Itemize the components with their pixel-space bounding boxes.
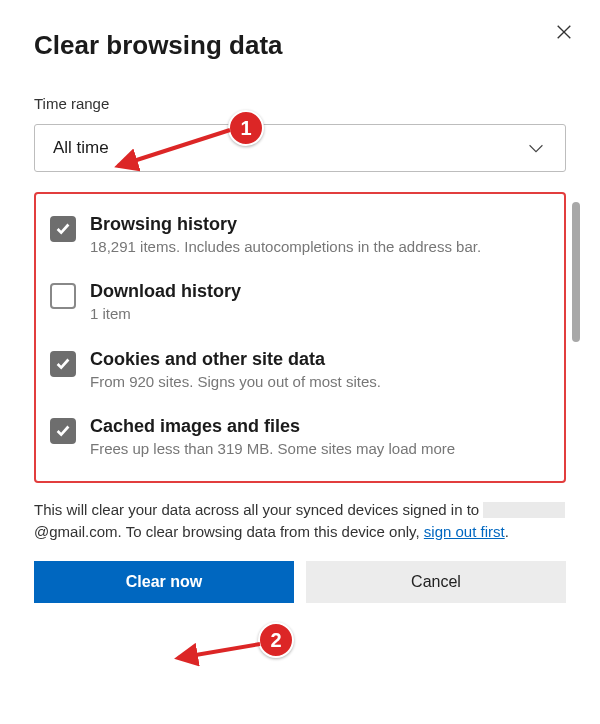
checkbox-cached[interactable] (50, 418, 76, 444)
check-icon (54, 422, 72, 440)
option-desc: 1 item (90, 304, 550, 324)
svg-line-1 (178, 644, 260, 658)
close-button[interactable] (550, 18, 578, 46)
annotation-marker-2: 2 (258, 622, 294, 658)
chevron-down-icon (525, 137, 547, 159)
data-types-list: Browsing history 18,291 items. Includes … (34, 192, 566, 483)
dialog-title: Clear browsing data (34, 30, 566, 61)
clear-browsing-data-dialog: Clear browsing data Time range All time … (0, 0, 600, 603)
time-range-value: All time (53, 138, 109, 158)
checkbox-cookies[interactable] (50, 351, 76, 377)
button-row: Clear now Cancel (34, 561, 566, 603)
option-title: Cookies and other site data (90, 349, 550, 370)
option-download-history: Download history 1 item (50, 281, 550, 324)
option-title: Cached images and files (90, 416, 550, 437)
sign-out-link[interactable]: sign out first (424, 523, 505, 540)
clear-now-button[interactable]: Clear now (34, 561, 294, 603)
close-icon (555, 23, 573, 41)
check-icon (54, 355, 72, 373)
annotation-marker-1: 1 (228, 110, 264, 146)
annotation-arrow-2 (170, 630, 270, 670)
checkbox-download-history[interactable] (50, 283, 76, 309)
time-range-select[interactable]: All time (34, 124, 566, 172)
option-desc: From 920 sites. Signs you out of most si… (90, 372, 550, 392)
scrollbar-thumb[interactable] (572, 202, 580, 342)
option-desc: Frees up less than 319 MB. Some sites ma… (90, 439, 550, 459)
checkbox-browsing-history[interactable] (50, 216, 76, 242)
option-title: Browsing history (90, 214, 550, 235)
cancel-button[interactable]: Cancel (306, 561, 566, 603)
option-cookies: Cookies and other site data From 920 sit… (50, 349, 550, 392)
footer-text: This will clear your data across all you… (34, 499, 566, 543)
option-title: Download history (90, 281, 550, 302)
option-browsing-history: Browsing history 18,291 items. Includes … (50, 214, 550, 257)
option-desc: 18,291 items. Includes autocompletions i… (90, 237, 550, 257)
option-cached: Cached images and files Frees up less th… (50, 416, 550, 459)
email-redacted (483, 502, 565, 518)
check-icon (54, 220, 72, 238)
time-range-label: Time range (34, 95, 566, 112)
